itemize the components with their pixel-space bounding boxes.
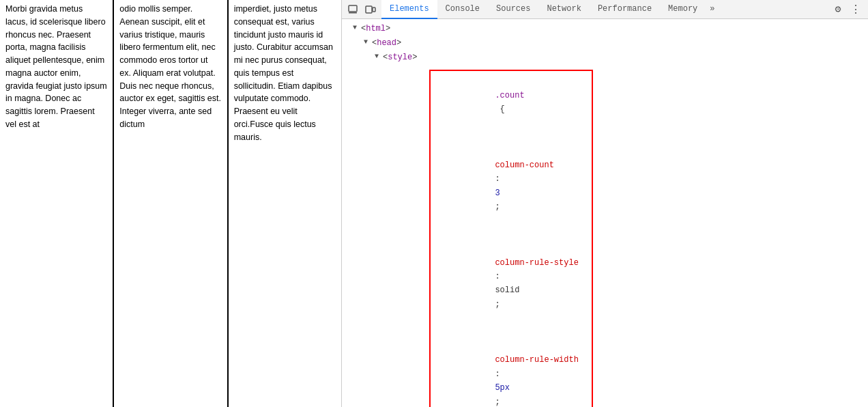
col3-text: imperdiet, justo metus consequat est, va… [234, 4, 333, 142]
inspect-element-button[interactable] [345, 1, 361, 18]
devtools-toolbar: Elements Console Sources Network Perform… [342, 0, 868, 19]
tree-head-open[interactable]: ▼ <head> [342, 36, 868, 51]
tree-html-open[interactable]: ▼ <html> [342, 22, 868, 36]
devtools-content[interactable]: ▼ <html> ▼ <head> ▼ <style> .count { [342, 19, 868, 407]
webpage-preview: Morbi gravida metus lacus, id scelerisqu… [0, 0, 341, 407]
column-1: Morbi gravida metus lacus, id scelerisqu… [0, 0, 114, 407]
tab-memory[interactable]: Memory [660, 0, 706, 19]
tree-style-open[interactable]: ▼ <style> [342, 51, 868, 65]
col2-text: odio mollis semper. Aenean suscipit, eli… [119, 4, 221, 129]
column-2: odio mollis semper. Aenean suscipit, eli… [114, 0, 228, 407]
tab-elements[interactable]: Elements [381, 0, 437, 19]
col1-text: Morbi gravida metus lacus, id scelerisqu… [5, 4, 107, 129]
triangle-head[interactable]: ▼ [364, 37, 372, 48]
column-3: imperdiet, justo metus consequat est, va… [229, 0, 341, 407]
html-tree: ▼ <html> ▼ <head> ▼ <style> .count { [342, 22, 868, 407]
svg-rect-2 [366, 6, 372, 13]
column-layout: Morbi gravida metus lacus, id scelerisqu… [0, 0, 341, 407]
svg-rect-1 [349, 12, 357, 14]
tab-sources[interactable]: Sources [488, 0, 538, 19]
device-toggle-button[interactable] [362, 1, 379, 18]
svg-rect-3 [373, 8, 375, 12]
tab-more[interactable]: » [706, 0, 719, 19]
devtools-panel: Elements Console Sources Network Perform… [341, 0, 868, 407]
settings-button[interactable]: ⚙ [830, 1, 846, 18]
triangle-style[interactable]: ▼ [375, 51, 383, 62]
css-highlight-box: .count { column-count : 3 ; column-rule-… [429, 70, 593, 407]
devtools-tabs: Elements Console Sources Network Perform… [381, 0, 826, 19]
tab-network[interactable]: Network [538, 0, 589, 19]
css-highlight-wrapper: .count { column-count : 3 ; column-rule-… [342, 67, 868, 407]
tab-console[interactable]: Console [437, 0, 488, 19]
triangle-html[interactable]: ▼ [353, 23, 361, 33]
more-options-button[interactable]: ⋮ [848, 1, 864, 18]
toolbar-icons [342, 1, 381, 18]
toolbar-right: ⚙ ⋮ [826, 1, 868, 18]
tab-performance[interactable]: Performance [590, 0, 660, 19]
svg-rect-0 [349, 5, 357, 12]
